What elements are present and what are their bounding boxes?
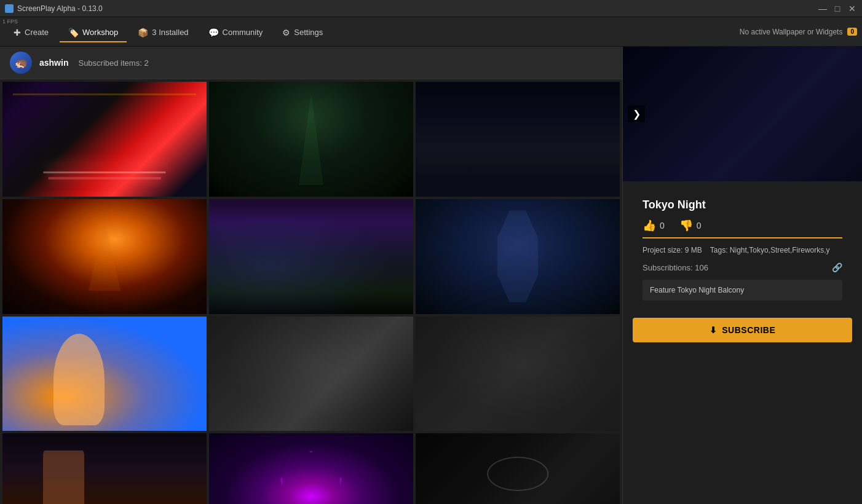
grid-item[interactable] [209, 317, 413, 431]
grid-item[interactable] [209, 433, 413, 504]
external-link-icon[interactable]: 🔗 [832, 262, 842, 272]
likes-count: 0 [660, 221, 665, 230]
grid-item[interactable] [2, 82, 207, 197]
panel-meta: Project size: 9 MB Tags: Night,Tokyo,Str… [643, 245, 842, 256]
tags-value: Night,Tokyo,Street,Fireworks,y [730, 246, 830, 254]
nav-workshop-label: Workshop [82, 28, 118, 37]
grid-item[interactable] [416, 199, 620, 314]
main-nav: ✚ Create 🏷️ Workshop 📦 3 Installed 💬 Com… [5, 24, 331, 42]
user-bar: 🦔 ashwin Subscribed items: 2 [0, 47, 622, 79]
wallpaper-grid [0, 79, 622, 504]
thumbs-up-icon: 👍 [643, 219, 656, 232]
subscribe-button[interactable]: ⬇ SUBSCRIBE [633, 318, 852, 342]
subscribed-label: Subscribed items: 2 [78, 58, 148, 68]
grid-item[interactable] [2, 433, 207, 504]
fps-badge: 1 FPS [2, 18, 18, 25]
titlebar-controls: — □ ✕ [818, 4, 857, 14]
panel-title: Tokyo Night [643, 199, 842, 211]
dislikes-item: 👎 0 [679, 219, 702, 232]
panel-prev-button[interactable]: ❯ [628, 105, 645, 122]
close-button[interactable]: ✕ [847, 4, 857, 14]
tags-label: Tags: [710, 246, 728, 254]
right-panel: ❯ Tokyo Night 👍 0 👎 0 Project size: [622, 47, 862, 504]
nav-community-label: Community [223, 28, 263, 37]
nav-workshop[interactable]: 🏷️ Workshop [60, 24, 127, 42]
settings-icon: ⚙ [282, 28, 290, 37]
nav-create-label: Create [25, 28, 49, 37]
minimize-button[interactable]: — [818, 4, 828, 14]
app-title: ScreenPlay Alpha - 0.13.0 [17, 4, 103, 13]
project-size: Project size: 9 MB [643, 246, 702, 254]
nav-create[interactable]: ✚ Create [5, 24, 57, 42]
nav-community[interactable]: 💬 Community [200, 24, 272, 42]
subscriptions-count: Subscribtions: 106 [643, 263, 708, 272]
app-icon [5, 4, 14, 13]
content-area: 🦔 ashwin Subscribed items: 2 [0, 47, 622, 504]
panel-preview: ❯ [623, 47, 862, 181]
thumbs-down-icon: 👎 [679, 219, 693, 232]
avatar: 🦔 [10, 52, 32, 74]
grid-item[interactable] [416, 317, 620, 431]
grid-item[interactable] [416, 82, 620, 197]
maximize-button[interactable]: □ [832, 4, 842, 14]
grid-item[interactable] [209, 82, 413, 197]
main-layout: 🦔 ashwin Subscribed items: 2 [0, 47, 862, 504]
grid-item[interactable] [2, 199, 207, 314]
panel-votes: 👍 0 👎 0 [643, 219, 842, 238]
notification-badge[interactable]: 0 [847, 28, 857, 36]
grid-item[interactable] [2, 317, 207, 431]
panel-info: Tokyo Night 👍 0 👎 0 Project size: 9 MB T… [633, 191, 852, 315]
nav-settings[interactable]: ⚙ Settings [274, 24, 331, 42]
titlebar: ScreenPlay Alpha - 0.13.0 — □ ✕ [0, 0, 862, 17]
status-text: No active Wallpaper or Widgets [740, 28, 843, 36]
download-icon: ⬇ [710, 325, 718, 335]
nav-settings-label: Settings [294, 28, 323, 37]
create-icon: ✚ [14, 28, 21, 37]
menu-right: No active Wallpaper or Widgets 0 [740, 28, 857, 36]
panel-description: Feature Tokyo Night Balcony [643, 280, 842, 301]
likes-item: 👍 0 [643, 219, 665, 232]
panel-bottom: Tokyo Night 👍 0 👎 0 Project size: 9 MB T… [623, 181, 862, 352]
installed-icon: 📦 [138, 28, 148, 37]
subscribe-label: SUBSCRIBE [722, 325, 775, 335]
preview-thumbnail [623, 47, 862, 181]
workshop-icon: 🏷️ [68, 28, 79, 37]
dislikes-count: 0 [697, 221, 702, 230]
titlebar-left: ScreenPlay Alpha - 0.13.0 [5, 4, 103, 13]
grid-item[interactable] [209, 199, 413, 314]
username: ashwin [39, 58, 68, 68]
grid-item[interactable] [416, 433, 620, 504]
menubar: 1 FPS ✚ Create 🏷️ Workshop 📦 3 Installed… [0, 17, 862, 47]
panel-subscriptions: Subscribtions: 106 🔗 [643, 262, 842, 272]
nav-installed[interactable]: 📦 3 Installed [129, 24, 197, 42]
nav-installed-label: 3 Installed [152, 28, 188, 37]
community-icon: 💬 [208, 28, 219, 37]
